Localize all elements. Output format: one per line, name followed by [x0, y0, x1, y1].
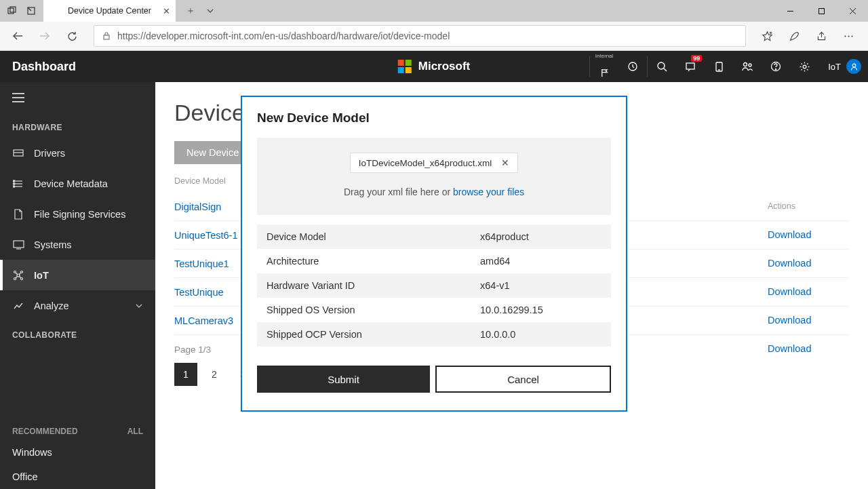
sidebar-item-systems[interactable]: Systems: [0, 229, 155, 260]
favorites-icon[interactable]: [755, 24, 778, 47]
back-icon[interactable]: [5, 24, 30, 48]
file-dropzone[interactable]: IoTDeviceModel_x64product.xml ✕ Drag you…: [257, 138, 611, 215]
sidebar-item-label: Analyze: [34, 300, 69, 311]
sidebar-section-collaborate: COLLABORATE: [0, 321, 155, 345]
minimize-icon[interactable]: [774, 0, 806, 22]
address-bar[interactable]: https://developer.microsoft-int.com/en-u…: [94, 25, 746, 47]
svg-point-14: [658, 62, 665, 69]
gear-icon[interactable]: [790, 51, 818, 82]
help-icon[interactable]: [762, 51, 790, 82]
user-menu[interactable]: IoT: [818, 51, 868, 82]
actions-column: Actions Download Download Download Downl…: [768, 201, 849, 363]
sidebar: HARDWARE Drivers Device Metadata File Si…: [0, 82, 155, 489]
page-1-button[interactable]: 1: [174, 363, 197, 386]
model-link[interactable]: UniqueTest6-1: [174, 230, 238, 241]
property-row: Hardware Variant IDx64-v1: [257, 273, 611, 298]
share-icon[interactable]: [810, 24, 833, 47]
svg-rect-34: [14, 186, 15, 187]
sidebar-item-label: Drivers: [34, 148, 65, 159]
property-value: 10.0.0.0: [480, 329, 515, 340]
remove-file-icon[interactable]: ✕: [501, 157, 509, 168]
tab-title: Device Update Center: [68, 6, 151, 16]
tab-strip-controls: [0, 0, 43, 22]
device-properties: Device Modelx64product Architectureamd64…: [257, 224, 611, 347]
flag-icon[interactable]: Internal: [590, 51, 618, 82]
sidebar-item-file-signing[interactable]: File Signing Services: [0, 199, 155, 229]
tab-action-icons: ＋: [176, 0, 226, 22]
column-header-actions: Actions: [768, 201, 849, 211]
svg-rect-7: [104, 35, 109, 39]
submit-button[interactable]: Submit: [257, 366, 430, 393]
page-2-button[interactable]: 2: [203, 363, 226, 386]
download-link[interactable]: Download: [768, 220, 849, 249]
close-window-icon[interactable]: [837, 0, 868, 22]
property-value: 10.0.16299.15: [480, 305, 543, 315]
refresh-icon[interactable]: [60, 24, 84, 48]
model-link[interactable]: MLCamerav3: [174, 315, 233, 326]
chat-notifications-icon[interactable]: 99: [676, 51, 705, 82]
svg-rect-32: [14, 180, 15, 182]
drivers-icon: [12, 149, 24, 158]
people-icon[interactable]: [733, 51, 762, 82]
model-link[interactable]: DigitalSign: [174, 201, 221, 212]
sidebar-rec-office[interactable]: Office: [0, 465, 155, 489]
recommended-all[interactable]: ALL: [127, 427, 143, 436]
download-link[interactable]: Download: [768, 306, 849, 334]
hamburger-icon[interactable]: [0, 82, 155, 113]
url-text: https://developer.microsoft-int.com/en-u…: [117, 31, 450, 41]
new-tab-icon[interactable]: ＋: [181, 5, 200, 17]
drop-text-prefix: Drag your xml file here or: [344, 187, 453, 197]
sidebar-item-label: IoT: [34, 270, 49, 281]
uploaded-file-chip: IoTDeviceModel_x64product.xml ✕: [350, 153, 519, 173]
recent-pages-icon[interactable]: [4, 3, 20, 19]
browser-titlebar: Device Update Center ✕ ＋: [0, 0, 868, 22]
sidebar-item-iot[interactable]: IoT: [0, 260, 155, 290]
dashboard-title: Dashboard: [0, 60, 76, 74]
browse-files-link[interactable]: browse your files: [453, 187, 524, 197]
svg-rect-4: [818, 8, 824, 14]
svg-line-42: [16, 273, 18, 275]
tab-chevron-icon[interactable]: [205, 6, 220, 16]
search-icon[interactable]: [648, 51, 676, 82]
property-label: Architecture: [267, 256, 480, 267]
property-row: Shipped OS Version10.0.16299.15: [257, 298, 611, 322]
property-row: Device Modelx64product: [257, 224, 611, 249]
sidebar-item-label: Device Metadata: [34, 178, 108, 189]
sidebar-section-hardware: HARDWARE: [0, 113, 155, 138]
svg-point-12: [851, 35, 852, 37]
svg-rect-0: [8, 8, 14, 14]
more-icon[interactable]: [837, 24, 860, 47]
microsoft-brand[interactable]: Microsoft: [398, 60, 471, 73]
clock-icon[interactable]: [618, 51, 647, 82]
svg-point-23: [852, 64, 856, 67]
download-link[interactable]: Download: [768, 277, 849, 306]
download-link[interactable]: Download: [768, 334, 849, 363]
close-tab-icon[interactable]: ✕: [163, 6, 170, 16]
svg-point-10: [844, 35, 846, 37]
maximize-icon[interactable]: [806, 0, 837, 22]
avatar-icon: [846, 59, 861, 74]
download-link[interactable]: Download: [768, 249, 849, 277]
device-icon[interactable]: [705, 51, 733, 82]
cancel-button[interactable]: Cancel: [435, 366, 611, 393]
forward-icon[interactable]: [33, 24, 57, 48]
property-value: x64-v1: [480, 280, 510, 291]
browser-navbar: https://developer.microsoft-int.com/en-u…: [0, 22, 868, 51]
svg-rect-33: [14, 183, 15, 184]
sidebar-item-device-metadata[interactable]: Device Metadata: [0, 168, 155, 199]
model-link[interactable]: TestUnique: [174, 287, 224, 298]
notes-icon[interactable]: [783, 24, 806, 47]
user-label: IoT: [828, 62, 841, 72]
app-header: Dashboard Microsoft Internal 99 IoT: [0, 51, 868, 82]
file-name: IoTDeviceModel_x64product.xml: [359, 158, 492, 168]
model-link[interactable]: TestUnique1: [174, 258, 229, 269]
set-aside-icon[interactable]: [23, 3, 39, 19]
sidebar-rec-windows[interactable]: Windows: [0, 440, 155, 465]
property-value: amd64: [480, 256, 510, 267]
sidebar-item-drivers[interactable]: Drivers: [0, 138, 155, 168]
browser-tab-active[interactable]: Device Update Center ✕: [43, 0, 176, 22]
svg-line-45: [19, 276, 21, 278]
systems-icon: [12, 240, 24, 250]
property-row: Architectureamd64: [257, 249, 611, 273]
sidebar-item-analyze[interactable]: Analyze: [0, 290, 155, 321]
